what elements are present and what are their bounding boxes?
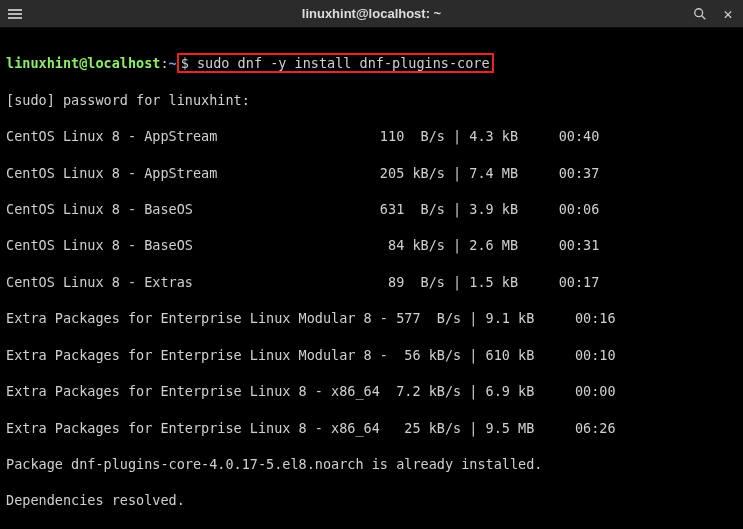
prompt-path: ~ [169, 55, 177, 71]
svg-line-1 [702, 15, 706, 19]
window-title: linuxhint@localhost: ~ [68, 6, 675, 21]
prompt-user: linuxhint@localhost [6, 55, 160, 71]
repo-line: Extra Packages for Enterprise Linux 8 - … [6, 419, 737, 437]
search-icon[interactable] [693, 7, 707, 21]
terminal-viewport[interactable]: linuxhint@localhost:~$ sudo dnf -y insta… [0, 28, 743, 529]
prompt-dollar: $ [181, 55, 197, 71]
prompt-sep: : [160, 55, 168, 71]
window-titlebar: linuxhint@localhost: ~ ✕ [0, 0, 743, 28]
repo-line: CentOS Linux 8 - Extras 89 B/s | 1.5 kB … [6, 273, 737, 291]
close-icon[interactable]: ✕ [721, 7, 735, 21]
deps-resolved: Dependencies resolved. [6, 491, 737, 509]
repo-line: Extra Packages for Enterprise Linux Modu… [6, 346, 737, 364]
repo-line: Extra Packages for Enterprise Linux Modu… [6, 309, 737, 327]
repo-line: Extra Packages for Enterprise Linux 8 - … [6, 382, 737, 400]
already-installed: Package dnf-plugins-core-4.0.17-5.el8.no… [6, 455, 737, 473]
repo-line: CentOS Linux 8 - AppStream 110 B/s | 4.3… [6, 127, 737, 145]
menu-icon[interactable] [8, 7, 22, 21]
command-highlight: $ sudo dnf -y install dnf-plugins-core [177, 53, 494, 73]
repo-line: CentOS Linux 8 - BaseOS 631 B/s | 3.9 kB… [6, 200, 737, 218]
command-text: sudo dnf -y install dnf-plugins-core [197, 55, 490, 71]
svg-point-0 [695, 8, 703, 16]
repo-line: CentOS Linux 8 - BaseOS 84 kB/s | 2.6 MB… [6, 236, 737, 254]
repo-line: CentOS Linux 8 - AppStream 205 kB/s | 7.… [6, 164, 737, 182]
sudo-prompt: [sudo] password for linuxhint: [6, 91, 737, 109]
